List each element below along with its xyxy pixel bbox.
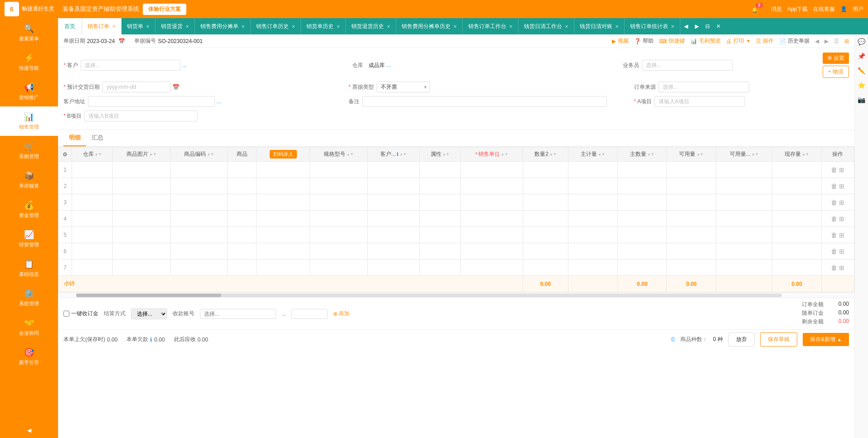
row-7-main-unit[interactable] [568, 260, 618, 276]
row-3-copy-icon[interactable]: ⊞ [839, 199, 844, 206]
row-5-avail-more[interactable] [716, 227, 772, 243]
row-2-avail-more[interactable] [716, 178, 772, 194]
cart-btn[interactable]: + 物流 [823, 66, 849, 78]
row-1-copy-icon[interactable]: ⊞ [839, 166, 844, 173]
row-4-main-unit[interactable] [568, 211, 618, 227]
th-available-qty[interactable]: 可用量▲▼ [667, 147, 716, 162]
row-5-main-qty[interactable] [617, 227, 667, 243]
tab-close-fee-split-history[interactable]: ✕ [453, 24, 457, 29]
row-5-warehouse[interactable] [72, 227, 113, 243]
row-4-warehouse[interactable] [72, 211, 113, 227]
nav-prev-btn[interactable]: ◀ [815, 38, 819, 44]
row-3-image[interactable] [113, 194, 170, 211]
row-1-main-qty[interactable] [617, 162, 667, 178]
row-2-spec[interactable] [310, 178, 368, 194]
row-5-qty2[interactable] [523, 227, 568, 243]
tab-fee-split[interactable]: 销售费用分摊单 ✕ [195, 18, 251, 34]
row-2-copy-icon[interactable]: ⊞ [839, 183, 844, 190]
row-7-warehouse[interactable] [72, 260, 113, 276]
row-5-current[interactable] [772, 227, 822, 243]
tab-close-all-btn[interactable]: ✕ [713, 18, 724, 34]
th-available-more[interactable]: 可用量...▲▼ [716, 147, 772, 162]
row-7-current[interactable] [772, 260, 822, 276]
detail-tab-summary[interactable]: 汇总 [86, 130, 109, 146]
row-2-image[interactable] [113, 178, 170, 194]
scroll-track[interactable] [76, 294, 782, 297]
tab-close-invoice-history[interactable]: ✕ [336, 24, 340, 29]
row-6-main-unit[interactable] [568, 243, 618, 260]
sidebar-toggle[interactable]: ◀ [0, 423, 58, 438]
row-4-delete-icon[interactable]: 🗑 [831, 215, 837, 222]
row-6-image[interactable] [113, 243, 170, 260]
account-more[interactable]: ... [281, 311, 286, 317]
sidebar-item-purchase[interactable]: 🛒 采购管理 [0, 136, 58, 165]
tab-invoice-history[interactable]: 销货单历史 ✕ [301, 18, 346, 34]
delivery-date-calendar-icon[interactable]: 📅 [172, 84, 179, 91]
row-3-main-qty[interactable] [617, 194, 667, 211]
tab-close-fee-split[interactable]: ✕ [241, 24, 245, 29]
row-3-delete-icon[interactable]: 🗑 [831, 199, 837, 206]
row-3-unit[interactable] [461, 194, 523, 211]
row-6-qty2[interactable] [523, 243, 568, 260]
one-click-checkbox[interactable] [63, 311, 69, 317]
row-3-warehouse[interactable] [72, 194, 113, 211]
row-2-main-unit[interactable] [568, 178, 618, 194]
operation-btn[interactable]: ☰ 操作 [756, 37, 774, 45]
tab-close-sales-workbench[interactable]: ✕ [509, 24, 513, 29]
tab-prev-btn[interactable]: ◀ [680, 18, 691, 34]
tab-next-btn[interactable]: ▶ [691, 18, 702, 34]
invoice-type-select[interactable]: 不开票 增值税普通发票 增值税专用发票 [377, 82, 430, 92]
row-6-name[interactable] [228, 243, 257, 260]
row-6-avail-more[interactable] [716, 243, 772, 260]
row-2-delete-icon[interactable]: 🗑 [831, 183, 837, 190]
message-icon[interactable]: 🔔9 [752, 5, 766, 13]
row-7-avail[interactable] [667, 260, 716, 276]
discard-btn[interactable]: 放弃 [728, 332, 755, 347]
row-5-customer-code[interactable] [368, 227, 420, 243]
row-6-unit[interactable] [461, 243, 523, 260]
delivery-date-input[interactable] [102, 82, 170, 92]
row-7-attr[interactable] [420, 260, 461, 276]
tab-home[interactable]: 首页 [58, 18, 82, 34]
row-6-avail[interactable] [667, 243, 716, 260]
row-1-delete-icon[interactable]: 🗑 [831, 166, 837, 173]
th-spec[interactable]: 规格型号▲▼ [310, 147, 368, 162]
th-main-unit[interactable]: 主计量▲▼ [568, 147, 618, 162]
right-panel-star-icon[interactable]: ⭐ [856, 80, 867, 91]
table-view-icon[interactable]: ☰ [834, 38, 839, 44]
row-2-avail[interactable] [667, 178, 716, 194]
tab-close-sales-return[interactable]: ✕ [185, 24, 189, 29]
right-panel-edit-icon[interactable]: ✏️ [856, 65, 867, 76]
row-7-scan[interactable] [257, 260, 310, 276]
row-2-customer-code[interactable] [368, 178, 420, 194]
detail-tab-detail[interactable]: 明细 [63, 130, 86, 146]
project-b-input[interactable] [84, 111, 198, 121]
row-5-name[interactable] [228, 227, 257, 243]
row-4-main-qty[interactable] [617, 211, 667, 227]
row-6-warehouse[interactable] [72, 243, 113, 260]
row-1-customer-code[interactable] [368, 162, 420, 178]
row-2-current[interactable] [772, 178, 822, 194]
shortcut-btn[interactable]: ⌨ 快捷键 [659, 37, 685, 45]
amount-input[interactable]: 0.00 [291, 309, 328, 319]
sidebar-item-quick-nav[interactable]: ⚡ 快捷导航 [0, 48, 58, 77]
sidebar-item-system[interactable]: ⚙️ 系统管理 [0, 283, 58, 313]
customer-addr-input[interactable] [88, 96, 215, 107]
tab-close-return-history[interactable]: ✕ [387, 24, 390, 29]
row-4-qty2[interactable] [523, 211, 568, 227]
row-6-customer-code[interactable] [368, 243, 420, 260]
row-7-name[interactable] [228, 260, 257, 276]
customer-code-info-icon[interactable]: ℹ [397, 151, 398, 157]
th-sales-unit[interactable]: *销售单位▲▼ [461, 147, 523, 162]
row-7-code[interactable] [170, 260, 228, 276]
settings-btn[interactable]: ⚙ 设置 [823, 53, 849, 64]
row-3-main-unit[interactable] [568, 194, 618, 211]
tab-sales-workbench[interactable]: 销售订单工作台 ✕ [463, 18, 519, 34]
calendar-icon[interactable]: 📅 [118, 38, 125, 44]
row-1-avail-more[interactable] [716, 162, 772, 178]
right-panel-camera-icon[interactable]: 📷 [856, 94, 867, 105]
row-1-scan[interactable] [257, 162, 310, 178]
row-7-qty2[interactable] [523, 260, 568, 276]
row-5-image[interactable] [113, 227, 170, 243]
row-6-copy-icon[interactable]: ⊞ [839, 248, 844, 255]
